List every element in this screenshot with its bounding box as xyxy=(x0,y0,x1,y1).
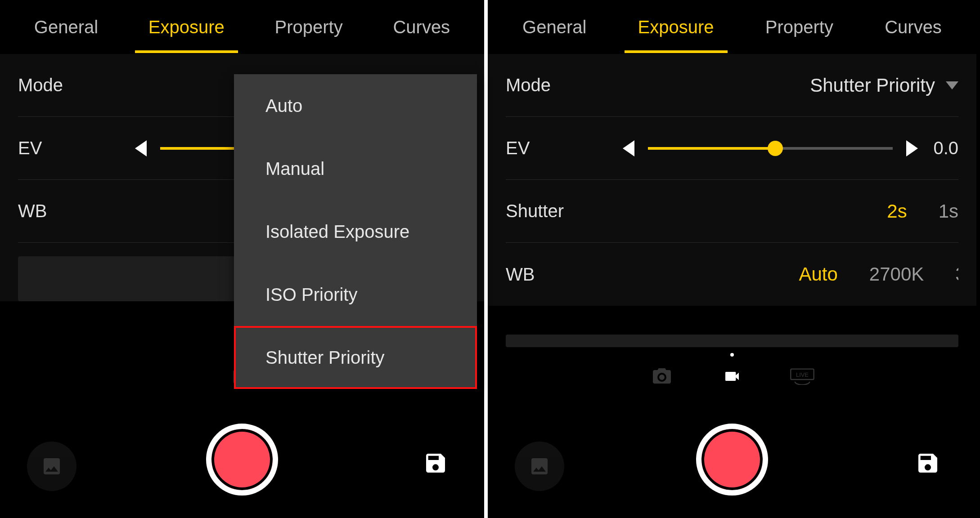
video-mode-icon[interactable] xyxy=(719,366,745,387)
wb-option[interactable]: 2700K xyxy=(869,263,924,285)
tab-curves[interactable]: Curves xyxy=(388,6,454,49)
wb-picker[interactable]: Auto 2700K 32 xyxy=(623,263,958,285)
settings-panel: Mode Shutter Priority EV 0.0 Shutter xyxy=(488,54,976,306)
photo-mode-icon[interactable] xyxy=(649,366,674,387)
tab-exposure[interactable]: Exposure xyxy=(634,6,719,49)
reset-bar-peek[interactable] xyxy=(506,335,958,347)
tab-property[interactable]: Property xyxy=(270,6,347,49)
mode-row[interactable]: Mode Shutter Priority xyxy=(506,54,958,117)
active-mode-dot-icon xyxy=(730,353,734,357)
tab-general[interactable]: General xyxy=(518,6,591,49)
mode-value: Shutter Priority xyxy=(810,75,935,96)
shutter-label: Shutter xyxy=(506,201,623,221)
tab-bar: General Exposure Property Curves xyxy=(0,0,484,54)
mode-label: Mode xyxy=(18,75,135,95)
right-screenshot: General Exposure Property Curves Mode Sh… xyxy=(488,0,976,518)
save-button[interactable] xyxy=(915,449,940,478)
mode-option-shutter-priority[interactable]: Shutter Priority xyxy=(234,326,477,389)
mode-option-manual[interactable]: Manual xyxy=(234,137,477,200)
ev-slider[interactable] xyxy=(648,147,893,150)
record-button[interactable] xyxy=(206,424,278,496)
capture-mode-bar: LIVE xyxy=(488,356,976,397)
tab-general[interactable]: General xyxy=(30,6,103,49)
wb-row: WB Auto 2700K 32 xyxy=(506,243,958,306)
ev-increase-icon[interactable] xyxy=(906,140,918,156)
bottom-bar xyxy=(488,401,976,518)
mode-option-iso-priority[interactable]: ISO Priority xyxy=(234,263,477,326)
shutter-option[interactable]: 1s xyxy=(939,201,958,222)
mode-option-isolated-exposure[interactable]: Isolated Exposure xyxy=(234,200,477,263)
gallery-button[interactable] xyxy=(515,442,564,491)
ev-label: EV xyxy=(18,138,135,158)
left-screenshot: General Exposure Property Curves Mode EV… xyxy=(0,0,488,518)
tab-curves[interactable]: Curves xyxy=(880,6,946,49)
ev-value: 0.0 xyxy=(918,138,958,158)
tab-property[interactable]: Property xyxy=(761,6,838,49)
wb-label: WB xyxy=(506,264,623,285)
gallery-button[interactable] xyxy=(27,442,76,491)
wb-label: WB xyxy=(18,201,135,221)
shutter-option-selected[interactable]: 2s xyxy=(887,201,907,222)
chevron-down-icon xyxy=(946,81,958,89)
save-button[interactable] xyxy=(423,449,448,478)
tab-bar: General Exposure Property Curves xyxy=(488,0,976,54)
record-button[interactable] xyxy=(696,424,768,496)
mode-label: Mode xyxy=(506,75,623,95)
mode-dropdown: Auto Manual Isolated Exposure ISO Priori… xyxy=(234,74,477,389)
live-mode-icon[interactable]: LIVE xyxy=(790,366,815,387)
ev-row: EV 0.0 xyxy=(506,117,958,180)
tab-exposure[interactable]: Exposure xyxy=(144,6,229,49)
ev-decrease-icon[interactable] xyxy=(623,140,634,156)
shutter-picker[interactable]: 2s 1s xyxy=(623,201,958,222)
ev-decrease-icon[interactable] xyxy=(135,140,147,156)
bottom-bar xyxy=(0,401,484,518)
ev-label: EV xyxy=(506,138,623,158)
mode-option-auto[interactable]: Auto xyxy=(234,74,477,137)
shutter-row: Shutter 2s 1s xyxy=(506,180,958,243)
svg-text:LIVE: LIVE xyxy=(796,371,809,378)
wb-option-selected[interactable]: Auto xyxy=(799,263,837,285)
wb-option[interactable]: 32 xyxy=(955,263,958,285)
